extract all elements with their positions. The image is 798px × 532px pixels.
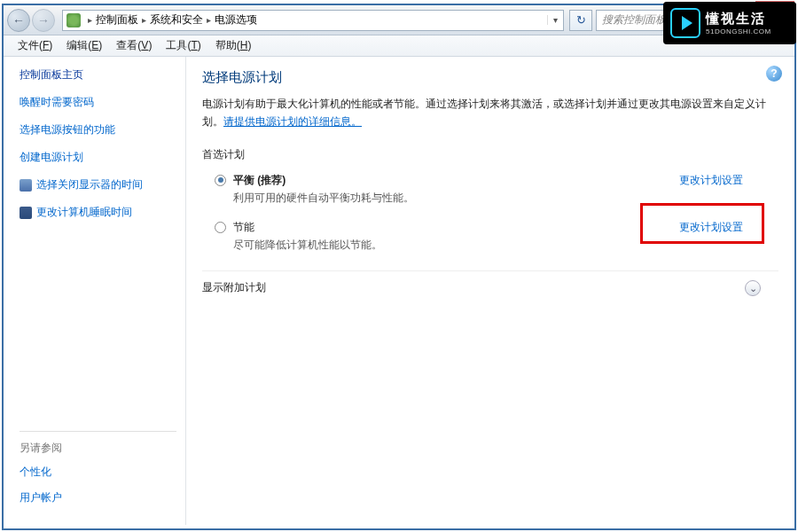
menu-view[interactable]: 查看(V): [109, 35, 159, 56]
breadcrumb-item[interactable]: 控制面板: [96, 12, 138, 27]
plan-desc: 利用可用的硬件自动平衡功耗与性能。: [233, 191, 679, 206]
sidebar-link-display-off[interactable]: 选择关闭显示器的时间: [20, 177, 176, 192]
see-also-personalization[interactable]: 个性化: [20, 465, 176, 480]
plan-desc: 尽可能降低计算机性能以节能。: [233, 238, 679, 253]
sidebar-link-create-plan[interactable]: 创建电源计划: [20, 150, 176, 165]
sidebar-link-sleep-time[interactable]: 更改计算机睡眠时间: [20, 205, 176, 220]
plan-name: 节能: [233, 220, 679, 235]
sidebar-home-link[interactable]: 控制面板主页: [20, 67, 176, 82]
radio-balanced[interactable]: [215, 175, 226, 186]
main-content: ? 选择电源计划 电源计划有助于最大化计算机的性能或者节能。通过选择计划来将其激…: [186, 57, 794, 525]
chevron-down-icon: ⌄: [745, 280, 761, 296]
breadcrumb-sep: ▸: [142, 15, 146, 25]
change-plan-settings-balanced[interactable]: 更改计划设置: [679, 173, 743, 188]
refresh-button[interactable]: ↻: [569, 10, 592, 31]
see-also-heading: 另请参阅: [20, 431, 176, 456]
page-description: 电源计划有助于最大化计算机的性能或者节能。通过选择计划来将其激活，或选择计划并通…: [202, 95, 778, 131]
menu-edit[interactable]: 编辑(E): [59, 35, 109, 56]
sidebar-link-wake-password[interactable]: 唤醒时需要密码: [20, 95, 176, 110]
change-plan-settings-saver[interactable]: 更改计划设置: [679, 220, 743, 235]
plan-balanced: 平衡 (推荐) 利用可用的硬件自动平衡功耗与性能。 更改计划设置: [202, 171, 778, 218]
show-additional-plans[interactable]: 显示附加计划 ⌄: [202, 270, 778, 296]
page-title: 选择电源计划: [202, 69, 778, 86]
sidebar: 控制面板主页 唤醒时需要密码 选择电源按钮的功能 创建电源计划 选择关闭显示器的…: [4, 57, 185, 525]
control-panel-icon: [66, 13, 81, 27]
refresh-icon: ↻: [576, 13, 586, 27]
watermark-logo: 懂视生活 51DONGSHI.COM: [663, 2, 796, 44]
sidebar-link-power-button[interactable]: 选择电源按钮的功能: [20, 122, 176, 137]
back-button[interactable]: ←: [7, 9, 30, 32]
menu-tools[interactable]: 工具(T): [159, 35, 207, 56]
see-also-user-accounts[interactable]: 用户帐户: [20, 490, 176, 505]
learn-more-link[interactable]: 请提供电源计划的详细信息。: [223, 115, 362, 128]
plan-name: 平衡 (推荐): [233, 173, 679, 188]
help-icon[interactable]: ?: [766, 66, 782, 82]
plan-saver: 节能 尽可能降低计算机性能以节能。 更改计划设置: [202, 218, 778, 265]
menu-help[interactable]: 帮助(H): [208, 35, 259, 56]
breadcrumb-sep: ▸: [207, 15, 211, 25]
radio-saver[interactable]: [215, 222, 226, 233]
search-placeholder: 搜索控制面板: [602, 12, 666, 27]
watermark-en: 51DONGSHI.COM: [706, 27, 771, 35]
fwd-arrow-icon: →: [37, 13, 50, 27]
address-bar[interactable]: ▸ 控制面板 ▸ 系统和安全 ▸ 电源选项 ▾: [62, 10, 564, 31]
breadcrumb-sep: ▸: [88, 15, 92, 25]
monitor-icon: [20, 179, 32, 192]
breadcrumb-item[interactable]: 电源选项: [215, 12, 257, 27]
menu-file[interactable]: 文件(F): [11, 35, 59, 56]
play-icon: [670, 8, 700, 38]
address-dropdown-icon[interactable]: ▾: [547, 15, 563, 25]
breadcrumb-item[interactable]: 系统和安全: [150, 12, 203, 27]
battery-icon: [20, 207, 32, 219]
preferred-plans-heading: 首选计划: [202, 147, 778, 162]
back-arrow-icon: ←: [12, 13, 25, 27]
forward-button[interactable]: →: [32, 9, 55, 32]
watermark-cn: 懂视生活: [706, 11, 771, 27]
